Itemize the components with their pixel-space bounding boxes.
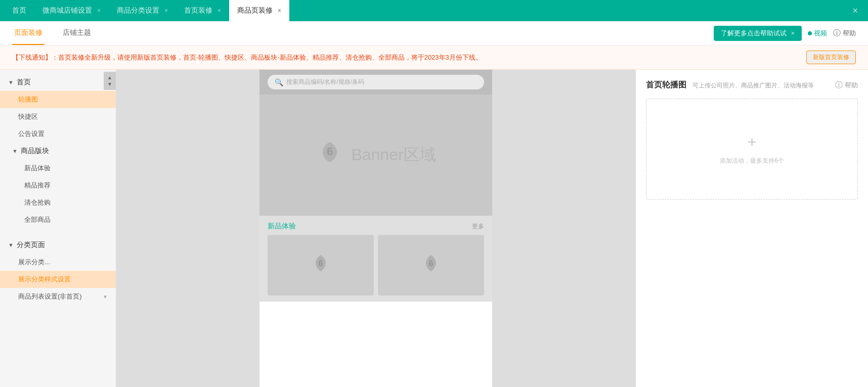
sidebar-item-notice[interactable]: 公告设置: [0, 125, 116, 142]
sidebar: ▲ ▼ ▼ 首页 轮播图 快捷区 公告设置 ▼ 商品版块: [0, 70, 116, 387]
sidebar-group-product-block[interactable]: ▼ 商品版块: [0, 142, 116, 160]
sidebar-item-new-experience[interactable]: 新品体验: [0, 160, 116, 177]
right-panel-title-group: 首页轮播图 可上传公司照片、商品推广图片、活动海报等: [646, 80, 814, 90]
product-card-1[interactable]: 6: [268, 235, 374, 296]
close-home-decor-tab[interactable]: ×: [218, 7, 221, 14]
category-group-arrow: ▼: [8, 242, 14, 248]
svg-text:6: 6: [327, 145, 333, 158]
tab-store-settings[interactable]: 微商城店铺设置 ×: [34, 0, 109, 21]
sidebar-item-banner[interactable]: 轮播图: [0, 91, 116, 108]
right-panel: 首页轮播图 可上传公司照片、商品推广图片、活动海报等 ⓘ 帮助 + 添加活动，最…: [635, 70, 868, 387]
video-link[interactable]: 视频: [808, 29, 827, 38]
product-block-arrow: ▼: [12, 148, 18, 154]
tab-category-settings[interactable]: 商品分类设置 ×: [109, 0, 176, 21]
main-layout: ▲ ▼ ▼ 首页 轮播图 快捷区 公告设置 ▼ 商品版块: [0, 70, 868, 387]
sidebar-item-featured[interactable]: 精品推荐: [0, 177, 116, 194]
phone-search-bar: 🔍 搜索商品编码/名称/规格/条码: [259, 70, 492, 94]
add-banner-area[interactable]: + 添加活动，最多支持6个: [646, 99, 858, 200]
sidebar-item-all-products[interactable]: 全部商品: [0, 211, 116, 228]
tab-store-theme[interactable]: 店铺主题: [61, 21, 93, 45]
close-store-settings-tab[interactable]: ×: [97, 7, 101, 14]
banner-logo-icon: 6: [316, 138, 344, 172]
sidebar-item-product-list-setting[interactable]: 商品列表设置(非首页) ▼: [0, 288, 116, 305]
tab-home-decor[interactable]: 首页装修 ×: [176, 0, 229, 21]
product-card-icon-2: 6: [421, 253, 441, 278]
product-block-group: ▼ 商品版块 新品体验 精品推荐 清仓抢购 全部商品: [0, 142, 116, 228]
tab-product-decor[interactable]: 商品页装修 ×: [229, 0, 289, 21]
banner-text: Banner区域: [351, 144, 436, 166]
product-section: 新品体验 更多 6 6: [259, 216, 492, 302]
right-panel-title: 首页轮播图: [646, 80, 686, 89]
phone-search-input[interactable]: 🔍 搜索商品编码/名称/规格/条码: [268, 75, 484, 89]
sidebar-group-category[interactable]: ▼ 分类页面: [0, 236, 116, 254]
add-hint-text: 添加活动，最多支持6个: [720, 157, 784, 165]
notice-text: 【下线通知】：首页装修全新升级，请使用新版首页装修，首页-轮播图、快捷区、商品板…: [12, 53, 482, 62]
sub-tabs: 页面装修 店铺主题: [12, 21, 93, 45]
search-icon: 🔍: [275, 78, 283, 86]
new-home-decor-button[interactable]: 新版首页装修: [806, 51, 856, 64]
home-group-arrow: ▼: [8, 79, 14, 85]
banner-logo: 6 Banner区域: [316, 138, 436, 172]
tab-bar: 首页 微商城店铺设置 × 商品分类设置 × 首页装修 × 商品页装修 × ×: [0, 0, 868, 21]
product-card-icon-1: 6: [311, 253, 331, 278]
sidebar-item-shortcut[interactable]: 快捷区: [0, 108, 116, 125]
sidebar-collapse-button[interactable]: ▲ ▼: [104, 72, 116, 90]
sidebar-item-category-style[interactable]: 展示分类样式设置: [0, 271, 116, 288]
product-grid: 6 6: [268, 235, 484, 296]
preview-area: 🔍 搜索商品编码/名称/规格/条码 6 Banner区域: [116, 70, 635, 387]
right-panel-header: 首页轮播图 可上传公司照片、商品推广图片、活动海报等 ⓘ 帮助: [646, 80, 858, 90]
close-product-decor-tab[interactable]: ×: [278, 7, 281, 14]
svg-text:6: 6: [429, 259, 433, 268]
close-all-button[interactable]: ×: [846, 6, 864, 16]
product-section-header: 新品体验 更多: [268, 222, 484, 231]
right-panel-question-icon: ⓘ: [835, 80, 843, 89]
category-section: ▼ 分类页面 展示分类... 展示分类样式设置 商品列表设置(非首页) ▼: [0, 232, 116, 309]
sidebar-item-clearance[interactable]: 清仓抢购: [0, 194, 116, 211]
sidebar-item-show-category[interactable]: 展示分类...: [0, 254, 116, 271]
product-card-2[interactable]: 6: [378, 235, 484, 296]
collapse-up-icon: ▲: [107, 75, 112, 80]
svg-text:6: 6: [319, 259, 323, 268]
product-list-arrow-icon: ▼: [103, 294, 108, 300]
add-plus-icon: +: [747, 133, 757, 152]
notice-bar: 【下线通知】：首页装修全新升级，请使用新版首页装修，首页-轮播图、快捷区、商品板…: [0, 45, 868, 70]
help-banner-close[interactable]: ×: [791, 29, 795, 37]
tab-page-decor[interactable]: 页面装修: [12, 21, 45, 45]
sub-tab-right: 了解更多点击帮助试试 × 视频 ⓘ 帮助: [714, 26, 856, 41]
right-panel-help-button[interactable]: ⓘ 帮助: [835, 80, 858, 90]
product-section-more: 更多: [472, 222, 484, 231]
help-banner-text: 了解更多点击帮助试试: [721, 29, 787, 38]
collapse-down-icon: ▼: [107, 81, 112, 87]
video-dot-icon: [808, 29, 812, 37]
phone-banner-area[interactable]: 6 Banner区域: [259, 94, 492, 216]
home-section: ▼ 首页 轮播图 快捷区 公告设置 ▼ 商品版块 新品体验: [0, 70, 116, 232]
tab-home[interactable]: 首页: [4, 0, 34, 21]
right-panel-subtitle: 可上传公司照片、商品推广图片、活动海报等: [692, 82, 814, 89]
product-section-title: 新品体验: [268, 222, 296, 231]
sidebar-group-home[interactable]: ▼ 首页: [0, 74, 116, 91]
sub-tab-bar: 页面装修 店铺主题 了解更多点击帮助试试 × 视频 ⓘ 帮助: [0, 21, 868, 45]
close-category-settings-tab[interactable]: ×: [164, 7, 168, 14]
question-icon: ⓘ: [833, 28, 841, 38]
phone-preview: 🔍 搜索商品编码/名称/规格/条码 6 Banner区域: [259, 70, 492, 387]
help-banner[interactable]: 了解更多点击帮助试试 ×: [714, 26, 802, 41]
help-button[interactable]: ⓘ 帮助: [833, 28, 856, 38]
